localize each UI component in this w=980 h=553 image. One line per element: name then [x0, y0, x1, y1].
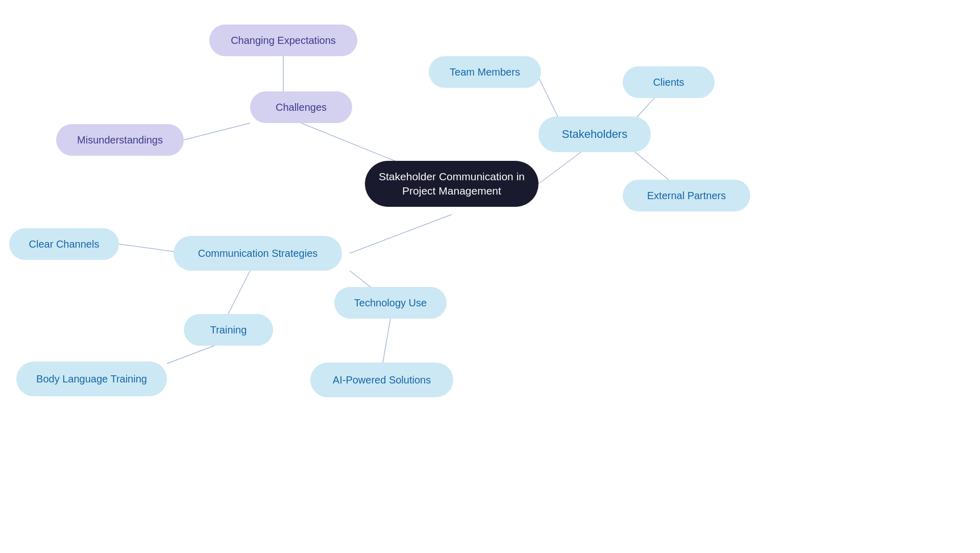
clients-node[interactable]: Clients	[623, 66, 715, 98]
body-language-training-node[interactable]: Body Language Training	[16, 362, 167, 396]
clear-channels-label: Clear Channels	[17, 232, 112, 256]
ai-powered-solutions-label: AI-Powered Solutions	[321, 368, 443, 392]
misunderstandings-node[interactable]: Misunderstandings	[56, 124, 184, 156]
communication-strategies-label: Communication Strategies	[186, 242, 330, 266]
misunderstandings-label: Misunderstandings	[65, 128, 175, 152]
center-label: Stakeholder Communication in Project Man…	[369, 170, 535, 199]
svg-line-4	[184, 123, 250, 140]
challenges-node[interactable]: Challenges	[250, 91, 352, 123]
changing-expectations-label: Changing Expectations	[218, 29, 348, 53]
team-members-label: Team Members	[437, 60, 532, 84]
stakeholders-label: Stakeholders	[548, 121, 642, 148]
clear-channels-node[interactable]: Clear Channels	[9, 228, 119, 260]
svg-line-12	[383, 319, 390, 363]
technology-use-label: Technology Use	[342, 291, 439, 315]
technology-use-node[interactable]: Technology Use	[334, 287, 447, 319]
external-partners-label: External Partners	[635, 184, 739, 208]
svg-line-2	[350, 214, 452, 253]
ai-powered-solutions-node[interactable]: AI-Powered Solutions	[310, 363, 453, 397]
training-node[interactable]: Training	[184, 314, 273, 346]
communication-strategies-node[interactable]: Communication Strategies	[174, 236, 342, 271]
external-partners-node[interactable]: External Partners	[623, 180, 750, 211]
body-language-training-label: Body Language Training	[24, 367, 159, 391]
challenges-label: Challenges	[263, 95, 339, 119]
stakeholders-node[interactable]: Stakeholders	[538, 116, 651, 152]
team-members-node[interactable]: Team Members	[429, 56, 541, 88]
svg-line-11	[167, 346, 214, 364]
clients-label: Clients	[641, 70, 696, 94]
svg-line-9	[228, 271, 250, 314]
training-label: Training	[198, 318, 259, 342]
changing-expectations-node[interactable]: Changing Expectations	[209, 25, 357, 56]
center-node[interactable]: Stakeholder Communication in Project Man…	[365, 161, 538, 207]
